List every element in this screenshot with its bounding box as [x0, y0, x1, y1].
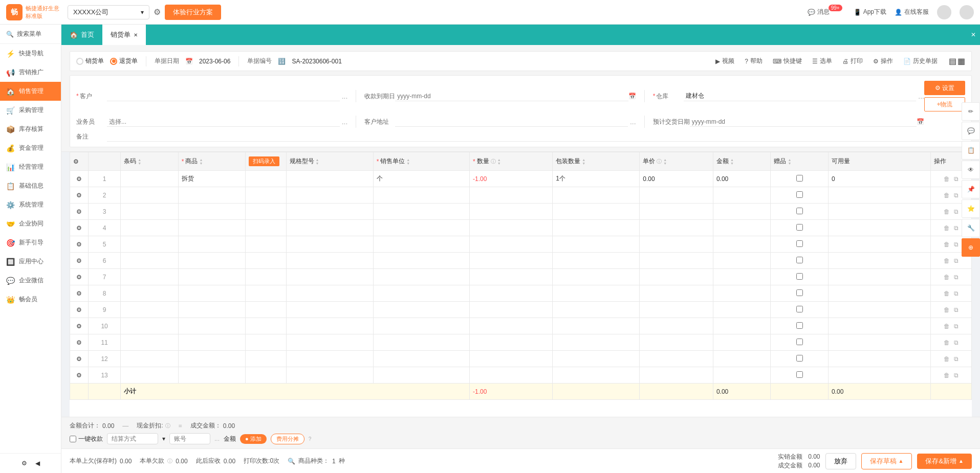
warehouse-dots[interactable]: ... — [918, 92, 924, 100]
row-action-10[interactable]: 🗑 ⧉ — [931, 334, 972, 351]
th-settings[interactable]: ⚙ — [70, 152, 89, 171]
row-spec-8[interactable] — [286, 302, 373, 318]
row-settings-0[interactable]: ⚙ — [70, 171, 89, 187]
sidebar-item-newbie[interactable]: 🎯 新手引导 — [0, 233, 61, 252]
sidebar-item-basics[interactable]: 📋 基础信息 — [0, 176, 61, 195]
row-unit-price-9[interactable] — [640, 318, 713, 334]
th-barcode[interactable]: 条码 ▲▼ — [121, 152, 179, 171]
row-amount-10[interactable] — [713, 334, 771, 351]
row-settings-6[interactable]: ⚙ — [70, 269, 89, 285]
salesperson-dots[interactable]: ... — [342, 118, 348, 126]
row-unit-8[interactable] — [373, 302, 469, 318]
history-btn[interactable]: 📄 历史单据 — [900, 56, 941, 66]
customer-address-input[interactable] — [395, 117, 628, 127]
row-unit-11[interactable] — [373, 351, 469, 367]
row-settings-10[interactable]: ⚙ — [70, 334, 89, 351]
row-pack-qty-2[interactable] — [553, 204, 640, 220]
row-unit-9[interactable] — [373, 318, 469, 334]
row-amount-7[interactable] — [713, 285, 771, 302]
row-product-2[interactable] — [178, 204, 245, 220]
shortcut-btn[interactable]: ⌨ 快捷键 — [770, 56, 805, 66]
sidebar-item-wechat[interactable]: 💬 企业微信 — [0, 271, 61, 290]
row-product-10[interactable] — [178, 334, 245, 351]
row-spec-0[interactable] — [286, 171, 373, 187]
radio-sales[interactable]: 销货单 — [76, 57, 104, 65]
app-download-action[interactable]: 📱 App下载 — [854, 8, 886, 16]
layout-grid-icon[interactable]: ▦ — [957, 56, 965, 66]
row-gift-10[interactable] — [771, 334, 829, 351]
row-action-12[interactable]: 🗑 ⧉ — [931, 367, 972, 384]
rp-copy-btn[interactable]: 📋 — [962, 141, 980, 160]
account-dots[interactable]: ... — [214, 435, 220, 442]
copy-icon-12[interactable]: ⧉ — [954, 372, 959, 379]
settings-icon[interactable]: ⚙ — [154, 7, 161, 17]
row-pack-qty-7[interactable] — [553, 285, 640, 302]
row-settings-12[interactable]: ⚙ — [70, 367, 89, 384]
row-barcode-9[interactable] — [121, 318, 179, 334]
row-amount-4[interactable] — [713, 236, 771, 253]
method-dropdown-icon[interactable]: ▾ — [162, 435, 165, 442]
row-spec-3[interactable] — [286, 220, 373, 236]
copy-icon-3[interactable]: ⧉ — [954, 224, 959, 232]
row-barcode-4[interactable] — [121, 236, 179, 253]
layout-list-icon[interactable]: ▤ — [949, 56, 956, 66]
row-gift-5[interactable] — [771, 253, 829, 269]
row-unit-price-1[interactable] — [640, 187, 713, 204]
row-spec-6[interactable] — [286, 269, 373, 285]
row-barcode-11[interactable] — [121, 351, 179, 367]
row-amount-3[interactable] — [713, 220, 771, 236]
th-unit-price[interactable]: 单价 ⓘ ▲▼ — [640, 152, 713, 171]
th-unit[interactable]: * 销售单位 ▲▼ — [373, 152, 469, 171]
row-pack-qty-12[interactable] — [553, 367, 640, 384]
row-gift-11[interactable] — [771, 351, 829, 367]
cost-split-button[interactable]: 费用分摊 — [271, 434, 304, 444]
row-unit-price-7[interactable] — [640, 285, 713, 302]
sidebar-item-finance[interactable]: 💰 资金管理 — [0, 139, 61, 157]
delete-icon-8[interactable]: 🗑 — [944, 306, 950, 313]
row-product-4[interactable] — [178, 236, 245, 253]
row-unit-0[interactable]: 个 — [373, 171, 469, 187]
avatar[interactable] — [937, 5, 951, 19]
row-pack-qty-5[interactable] — [553, 253, 640, 269]
row-unit-price-6[interactable] — [640, 269, 713, 285]
row-barcode-7[interactable] — [121, 285, 179, 302]
row-unit-price-8[interactable] — [640, 302, 713, 318]
row-gift-8[interactable] — [771, 302, 829, 318]
delete-icon-7[interactable]: 🗑 — [944, 290, 950, 297]
row-spec-2[interactable] — [286, 204, 373, 220]
expected-delivery-input[interactable] — [690, 117, 917, 127]
copy-icon-11[interactable]: ⧉ — [954, 355, 959, 363]
row-quantity-11[interactable] — [470, 351, 553, 367]
row-unit-2[interactable] — [373, 204, 469, 220]
rp-star-btn[interactable]: ⭐ — [962, 199, 980, 218]
row-quantity-8[interactable] — [470, 302, 553, 318]
th-product[interactable]: * 商品 ▲▼ — [178, 152, 245, 171]
row-product-11[interactable] — [178, 351, 245, 367]
note-input[interactable] — [107, 132, 965, 142]
row-barcode-6[interactable] — [121, 269, 179, 285]
salesperson-input[interactable] — [107, 117, 340, 127]
copy-icon-6[interactable]: ⧉ — [954, 274, 959, 281]
row-unit-price-0[interactable]: 0.00 — [640, 171, 713, 187]
save-draft-button[interactable]: 保存草稿 ▲ — [861, 453, 912, 469]
row-product-8[interactable] — [178, 302, 245, 318]
row-settings-4[interactable]: ⚙ — [70, 236, 89, 253]
row-barcode-5[interactable] — [121, 253, 179, 269]
row-unit-price-5[interactable] — [640, 253, 713, 269]
sidebar-item-system[interactable]: ⚙️ 系统管理 — [0, 195, 61, 214]
row-amount-0[interactable]: 0.00 — [713, 171, 771, 187]
row-gift-2[interactable] — [771, 204, 829, 220]
row-gift-1[interactable] — [771, 187, 829, 204]
rp-eye-btn[interactable]: 👁 — [962, 161, 980, 179]
sidebar-item-operations[interactable]: 📊 经营管理 — [0, 157, 61, 176]
row-amount-5[interactable] — [713, 253, 771, 269]
row-unit-price-2[interactable] — [640, 204, 713, 220]
row-gift-12[interactable] — [771, 367, 829, 384]
row-barcode-12[interactable] — [121, 367, 179, 384]
customer-dots[interactable]: ... — [342, 92, 348, 100]
row-amount-6[interactable] — [713, 269, 771, 285]
copy-icon-10[interactable]: ⧉ — [954, 339, 959, 346]
online-service-action[interactable]: 👤 在线客服 — [895, 8, 929, 16]
row-product-9[interactable] — [178, 318, 245, 334]
row-unit-4[interactable] — [373, 236, 469, 253]
